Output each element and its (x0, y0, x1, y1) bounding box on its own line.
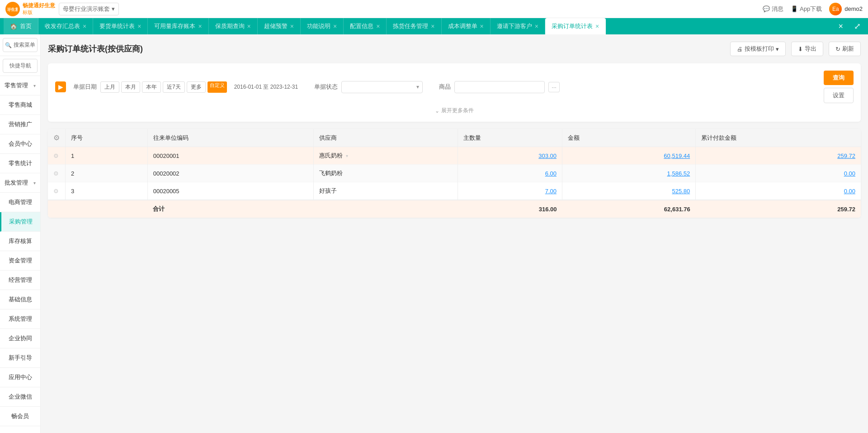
tab-config-info[interactable]: 配置信息 × (344, 18, 387, 34)
tab-close-invite-downstream[interactable]: × (535, 23, 538, 29)
th-main-qty: 主数量 (458, 129, 562, 147)
sidebar-item-ecommerce[interactable]: 电商管理 (0, 193, 40, 212)
table-row[interactable]: ⚙ 1 00020001 惠氏奶粉 ▾ 303.00 60,519.44 259… (48, 147, 861, 165)
export-btn[interactable]: ⬇ 导出 (791, 42, 823, 56)
row-settings-icon: ⚙ (53, 188, 59, 195)
tab-close-receive-summary[interactable]: × (83, 23, 86, 29)
tab-close-cost-adjust[interactable]: × (480, 23, 484, 29)
status-select[interactable] (341, 81, 423, 93)
footer-label-cell: 合计 (147, 200, 313, 218)
tab-inventory-ledger[interactable]: 可用量库存账本 × (148, 18, 208, 34)
td-main-qty[interactable]: 6.00 (458, 165, 562, 182)
sidebar-item-finance[interactable]: 资金管理 (0, 251, 40, 271)
tab-warranty-query[interactable]: 保质期查询 × (209, 18, 258, 34)
sidebar-item-basic-info[interactable]: 基础信息 (0, 290, 40, 309)
tab-close-config-info[interactable]: × (376, 23, 380, 29)
tab-order-summary[interactable]: 要货单统计表 × (93, 18, 148, 34)
sidebar-item-ops-mgmt[interactable]: 经营管理 (0, 271, 40, 290)
content-area: 采购订单统计表(按供应商) 🖨 按模板打印 ▾ ⬇ 导出 ↻ 刷新 (41, 34, 868, 433)
tab-home[interactable]: 🏠 首页 (4, 18, 38, 34)
tab-close-inventory-ledger[interactable]: × (198, 23, 202, 29)
sidebar-search-area: 🔍 搜索菜单 (0, 34, 40, 56)
td-paid-amount[interactable]: 0.00 (696, 165, 861, 182)
tab-close-purchase-order-summary[interactable]: × (595, 23, 599, 29)
date-range-display: 2016-01-01 至 2023-12-31 (234, 83, 298, 91)
ellipsis-icon[interactable]: ··· (548, 82, 560, 92)
sidebar-item-sys-mgmt[interactable]: 系统管理 (0, 309, 40, 329)
sidebar-item-member[interactable]: 畅会员 (0, 407, 40, 426)
tab-close-overstock-alert[interactable]: × (290, 23, 294, 29)
quick-nav-btn[interactable]: 快捷导航 (3, 59, 38, 73)
tab-close-warranty-query[interactable]: × (247, 23, 251, 29)
tab-func-desc[interactable]: 功能说明 × (301, 18, 344, 34)
tab-receive-summary[interactable]: 收发存汇总表 × (38, 18, 93, 34)
tab-close-func-desc[interactable]: × (333, 23, 337, 29)
td-amount[interactable]: 60,519.44 (562, 147, 695, 165)
sidebar-item-inventory-check[interactable]: 库存核算 (0, 232, 40, 251)
td-settings: ⚙ (48, 147, 66, 165)
last-7-days-btn[interactable]: 近7天 (163, 81, 185, 93)
sidebar-item-corp-collab[interactable]: 企业协同 (0, 329, 40, 348)
date-range-label: 2016-01-01 至 2023-12-31 (234, 83, 298, 91)
sidebar-item-member-center[interactable]: 会员中心 (0, 134, 40, 154)
template-print-btn[interactable]: 🖨 按模板打印 ▾ (730, 42, 786, 56)
tab-pick-task[interactable]: 拣货任务管理 × (387, 18, 441, 34)
tab-close-pick-task[interactable]: × (431, 23, 434, 29)
column-settings-icon[interactable]: ⚙ (53, 134, 60, 142)
username-label: demo2 (844, 5, 863, 12)
td-main-qty[interactable]: 7.00 (458, 182, 562, 200)
goods-input[interactable] (454, 81, 545, 93)
last-month-btn[interactable]: 上月 (100, 81, 119, 93)
expand-row: ⌄ 展开更多条件 (55, 107, 854, 114)
sidebar-item-new-guide[interactable]: 新手引导 (0, 348, 40, 368)
user-profile[interactable]: Ea demo2 (829, 3, 863, 15)
td-paid-amount[interactable]: 0.00 (696, 182, 861, 200)
td-amount[interactable]: 1,586.52 (562, 165, 695, 182)
td-seq: 2 (66, 165, 148, 182)
expand-more-btn[interactable]: ⌄ 展开更多条件 (435, 107, 474, 114)
this-month-btn[interactable]: 本月 (121, 81, 140, 93)
td-amount[interactable]: 525.80 (562, 182, 695, 200)
td-main-qty[interactable]: 303.00 (458, 147, 562, 165)
expand-tabs-btn[interactable]: ⤢ (850, 21, 864, 31)
tab-purchase-order-summary[interactable]: 采购订单统计表 × (545, 18, 606, 34)
refresh-icon: ↻ (835, 46, 840, 52)
chevron-down-icon: ▾ (33, 83, 36, 88)
tab-invite-downstream[interactable]: 邀请下游客户 × (491, 18, 545, 34)
refresh-btn[interactable]: ↻ 刷新 (829, 42, 861, 56)
message-btn[interactable]: 💬 消息 (763, 5, 783, 13)
sidebar-item-purchase-mgmt[interactable]: 采购管理 (0, 212, 40, 232)
page-header: 采购订单统计表(按供应商) 🖨 按模板打印 ▾ ⬇ 导出 ↻ 刷新 (48, 42, 861, 56)
filter-row-1: ▶ 单据日期 上月 本月 本年 近7天 更多 自定义 2016-01-01 至 … (55, 71, 854, 103)
footer-main-qty: 316.00 (458, 200, 562, 218)
sidebar-item-marketing[interactable]: 营销推广 (0, 115, 40, 134)
td-paid-amount[interactable]: 259.72 (696, 147, 861, 165)
th-seq: 序号 (66, 129, 148, 147)
sidebar-item-retail-mgmt[interactable]: 零售管理 ▾ (0, 76, 40, 95)
sidebar-item-retail-shop[interactable]: 零售商城 (0, 95, 40, 115)
this-year-btn[interactable]: 本年 (142, 81, 161, 93)
close-all-tabs-btn[interactable]: × (835, 22, 847, 31)
tab-cost-adjust[interactable]: 成本调整单 × (442, 18, 491, 34)
sidebar-item-wholesale-mgmt[interactable]: 批发管理 ▾ (0, 173, 40, 193)
filter-toggle-btn[interactable]: ▶ (55, 81, 66, 92)
td-settings: ⚙ (48, 165, 66, 182)
table-header-row: ⚙ 序号 往来单位编码 供应商 主数量 金额 累计付款金额 (48, 129, 861, 147)
filter-goods-group: 商品 ··· (439, 81, 560, 93)
search-menu-btn[interactable]: 🔍 搜索菜单 (3, 38, 38, 52)
workspace-selector[interactable]: 母婴行业演示账套 ▾ (59, 3, 119, 15)
app-download-btn[interactable]: 📱 App下载 (791, 5, 822, 13)
sidebar-item-corp-wechat[interactable]: 企业微信 (0, 387, 40, 407)
filter-date-btns: 上月 本月 本年 近7天 更多 自定义 (100, 81, 227, 93)
table-row[interactable]: ⚙ 2 00020002 飞鹤奶粉 6.00 1,586.52 0.00 (48, 165, 861, 182)
page-title: 采购订单统计表(按供应商) (48, 43, 143, 54)
filter-settings-btn[interactable]: 设置 (824, 88, 854, 103)
table-row[interactable]: ⚙ 3 00020005 好孩子 7.00 525.80 0.00 (48, 182, 861, 200)
sidebar-item-app-center[interactable]: 应用中心 (0, 368, 40, 387)
query-btn[interactable]: 查询 (824, 71, 854, 85)
more-date-btn[interactable]: 更多 (187, 81, 206, 93)
tab-close-order-summary[interactable]: × (137, 23, 141, 29)
print-icon: 🖨 (737, 46, 743, 52)
tab-overstock-alert[interactable]: 超储预警 × (258, 18, 301, 34)
sidebar-item-retail-stats[interactable]: 零售统计 (0, 154, 40, 173)
